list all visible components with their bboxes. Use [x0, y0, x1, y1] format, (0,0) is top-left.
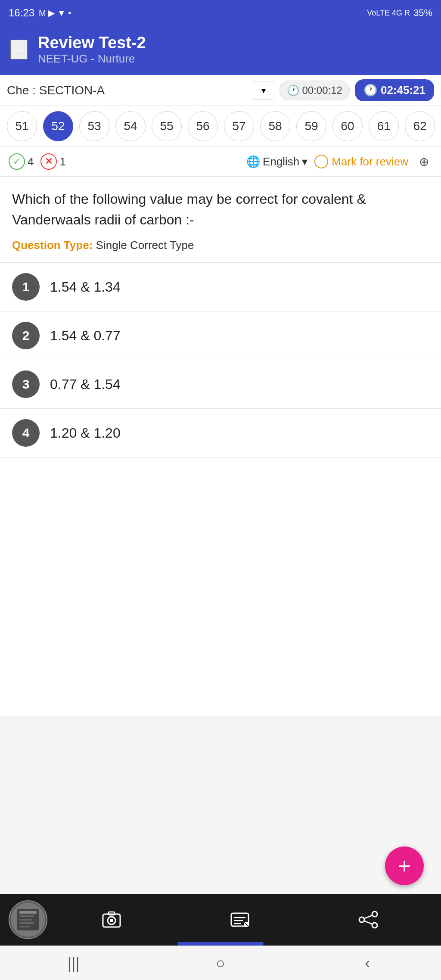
question-number-61[interactable]: 61	[369, 111, 399, 141]
plus-icon: +	[398, 853, 410, 878]
section-label: Che : SECTION-A	[7, 84, 105, 97]
bottom-indicator	[177, 942, 264, 946]
svg-rect-1	[19, 911, 37, 914]
zoom-button[interactable]: ⊕	[415, 153, 432, 170]
clock-icon-small: 🕐	[287, 84, 300, 96]
svg-rect-2	[19, 915, 34, 917]
mark-for-review-button[interactable]: Mark for review	[314, 155, 408, 168]
network-icon: VoLTE 4G R	[367, 9, 410, 18]
capture-button[interactable]	[101, 909, 122, 930]
option-number-2: 2	[12, 322, 40, 349]
thumbnail-preview	[11, 902, 45, 937]
nav-home-button[interactable]: ○	[203, 950, 238, 976]
question-number-53[interactable]: 53	[79, 111, 109, 141]
question-number-55[interactable]: 55	[152, 111, 182, 141]
question-info-bar: ✓ 4 ✕ 1 🌐 English ▾ Mark for review ⊕	[0, 147, 441, 177]
svg-rect-3	[19, 919, 32, 921]
option-row-2[interactable]: 21.54 & 0.77	[0, 311, 441, 360]
check-icon: ✓	[9, 153, 25, 170]
question-type: Question Type: Single Correct Type	[12, 239, 429, 252]
header: ← Review Test-2 NEET-UG - Nurture	[0, 26, 441, 75]
clock-icon-main: 🕐	[363, 84, 377, 97]
thumbnail-button[interactable]	[9, 900, 47, 939]
fab-button[interactable]: +	[385, 846, 424, 885]
empty-space	[0, 457, 441, 716]
back-chevron-icon: ‹	[365, 954, 370, 972]
question-text: Which of the following value may be corr…	[12, 189, 429, 230]
option-row-3[interactable]: 30.77 & 1.54	[0, 360, 441, 409]
svg-rect-5	[19, 926, 30, 927]
annotate-button[interactable]	[229, 909, 251, 930]
capture-icon	[101, 909, 122, 930]
battery-icon: 35%	[413, 7, 432, 19]
option-number-1: 1	[12, 273, 40, 301]
status-bar: 16:23 M ▶ ▼ • VoLTE 4G R 35%	[0, 0, 441, 26]
question-number-52[interactable]: 52	[43, 111, 73, 141]
bottom-toolbar	[0, 894, 441, 946]
question-number-51[interactable]: 51	[7, 111, 37, 141]
svg-point-18	[372, 923, 377, 928]
lang-dropdown-icon: ▾	[302, 155, 307, 168]
header-title-block: Review Test-2 NEET-UG - Nurture	[38, 34, 146, 65]
wrong-count-value: 1	[59, 155, 65, 168]
share-icon	[357, 909, 379, 930]
page-title: Review Test-2	[38, 34, 146, 52]
page-subtitle: NEET-UG - Nurture	[38, 52, 146, 65]
main-time-value: 02:45:21	[381, 84, 425, 97]
dropdown-button[interactable]: ▾	[253, 81, 274, 100]
svg-point-9	[110, 919, 113, 922]
menu-icon: |||	[68, 954, 80, 972]
option-row-1[interactable]: 11.54 & 1.34	[0, 263, 441, 311]
question-type-label: Question Type:	[12, 239, 93, 252]
options-container: 11.54 & 1.3421.54 & 0.7730.77 & 1.5441.2…	[0, 263, 441, 457]
mark-review-label: Mark for review	[332, 155, 408, 168]
option-row-4[interactable]: 41.20 & 1.20	[0, 409, 441, 457]
question-type-value: Single Correct Type	[96, 239, 194, 252]
question-number-62[interactable]: 62	[405, 111, 435, 141]
section-selector[interactable]: Che : SECTION-A	[7, 84, 248, 97]
status-right: VoLTE 4G R 35%	[367, 7, 432, 19]
question-number-59[interactable]: 59	[296, 111, 326, 141]
question-number-58[interactable]: 58	[260, 111, 290, 141]
svg-line-19	[364, 915, 372, 918]
option-number-4: 4	[12, 419, 40, 447]
option-text-3: 0.77 & 1.54	[50, 376, 121, 392]
review-circle-icon	[314, 155, 328, 168]
annotate-icon	[229, 909, 251, 930]
home-circle-icon: ○	[216, 954, 225, 972]
x-icon: ✕	[40, 153, 57, 170]
share-button[interactable]	[357, 909, 379, 930]
option-text-2: 1.54 & 0.77	[50, 328, 121, 344]
status-icons: M ▶ ▼ •	[39, 8, 71, 18]
svg-point-16	[372, 912, 377, 917]
zoom-in-icon: ⊕	[419, 155, 429, 169]
question-number-54[interactable]: 54	[115, 111, 146, 141]
question-content: Which of the following value may be corr…	[0, 177, 441, 262]
chevron-down-icon: ▾	[261, 85, 266, 96]
question-number-60[interactable]: 60	[332, 111, 363, 141]
back-button[interactable]: ←	[10, 40, 28, 59]
option-text-1: 1.54 & 1.34	[50, 279, 121, 295]
status-time: 16:23	[9, 7, 34, 19]
section-bar: Che : SECTION-A ▾ 🕐 00:00:12 🕐 02:45:21	[0, 75, 441, 106]
svg-line-20	[364, 921, 372, 924]
globe-icon: 🌐	[246, 155, 260, 168]
language-label: English	[263, 155, 299, 168]
nav-back-button[interactable]: ‹	[350, 950, 385, 976]
question-number-57[interactable]: 57	[224, 111, 254, 141]
nav-bar: ||| ○ ‹	[0, 946, 441, 980]
question-number-56[interactable]: 56	[188, 111, 218, 141]
option-number-3: 3	[12, 370, 40, 398]
svg-rect-4	[19, 922, 34, 924]
svg-point-17	[359, 917, 364, 922]
option-text-4: 1.20 & 1.20	[50, 425, 121, 441]
question-timer: 🕐 00:00:12	[280, 81, 350, 100]
correct-count: ✓ 4	[9, 153, 34, 170]
wrong-count: ✕ 1	[40, 153, 65, 170]
correct-count-value: 4	[28, 155, 34, 168]
status-left: 16:23 M ▶ ▼ •	[9, 7, 71, 19]
language-selector[interactable]: 🌐 English ▾	[246, 155, 307, 168]
nav-menu-button[interactable]: |||	[56, 950, 91, 976]
main-timer: 🕐 02:45:21	[355, 79, 434, 101]
question-numbers-row: 515253545556575859606162	[0, 106, 441, 147]
